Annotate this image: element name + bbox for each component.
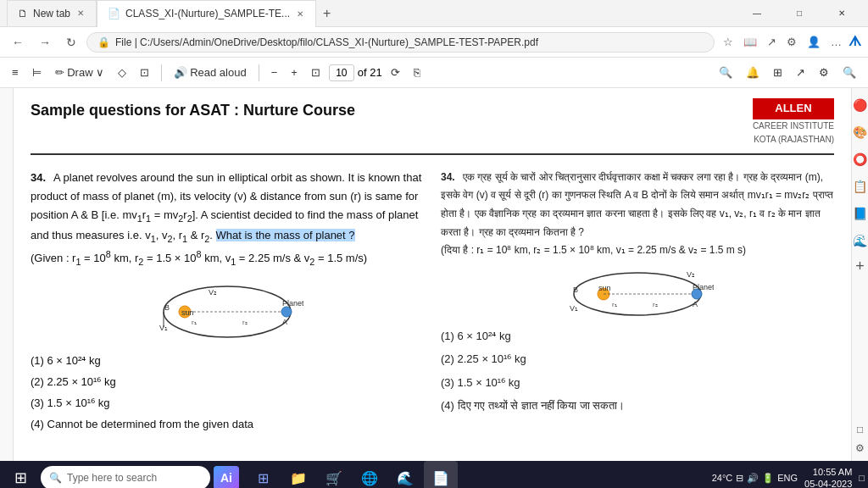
taskbar-file-explorer[interactable]: 📁 <box>281 461 315 488</box>
forward-button[interactable]: → <box>34 32 56 53</box>
draw-btn[interactable]: ✏ Draw ∨ <box>50 63 110 82</box>
highlighted-question: What is the mass of planet ? <box>216 229 355 241</box>
zoom-out-btn[interactable]: − <box>266 63 283 82</box>
options-right: (1) 6 × 10²⁴ kg (2) 2.25 × 10¹⁶ kg (3) 1… <box>441 326 834 416</box>
page-number-input[interactable] <box>329 64 354 81</box>
select-btn[interactable]: ⊡ <box>135 63 154 82</box>
share-icon[interactable]: ↗ <box>764 34 780 50</box>
notification-btn[interactable]: 🔔 <box>741 63 765 82</box>
diagram-right: sun Planet B A V₂ V₁ r₁ r₂ <box>441 260 834 319</box>
svg-point-3 <box>281 307 292 317</box>
document-title: Sample questions for ASAT : Nurture Cour… <box>31 98 355 123</box>
back-button[interactable]: ← <box>7 32 29 53</box>
svg-text:Planet: Planet <box>693 283 714 291</box>
maximize-button[interactable]: □ <box>780 0 819 27</box>
taskbar-active-app[interactable]: 📄 <box>424 461 458 488</box>
search-right-btn[interactable]: 🔍 <box>837 63 861 82</box>
sidebar-icon-5[interactable]: 📘 <box>849 203 868 224</box>
address-box[interactable]: 🔒 File | C:/Users/Admin/OneDrive/Desktop… <box>86 32 715 53</box>
more-icon[interactable]: … <box>827 34 845 50</box>
sidebar-settings-icon[interactable]: ⚙ <box>855 442 865 454</box>
sidebar-scroll-icon: □ <box>857 424 863 435</box>
volume-icon: 🔊 <box>747 473 759 484</box>
date-display: 05-04-2023 <box>804 478 852 488</box>
sidebar-icon-3[interactable]: ⭕ <box>849 149 868 169</box>
sidebar-icon-6[interactable]: 🌊 <box>849 230 868 251</box>
svg-text:A: A <box>282 318 287 326</box>
favorites-icon[interactable]: ☆ <box>720 34 737 50</box>
menu-btn[interactable]: ≡ <box>7 63 24 82</box>
question-34-block: 34. A planet revolves around the sun in … <box>31 169 834 437</box>
title-bar: 🗋 New tab ✕ 📄 CLASS_XI-(Nurture)_SAMPLE-… <box>0 0 868 27</box>
doc-header: Sample questions for ASAT : Nurture Cour… <box>31 98 834 155</box>
search-toolbar-btn[interactable]: 🔍 <box>714 63 737 82</box>
svg-text:r₂: r₂ <box>242 319 248 326</box>
left-sidebar <box>0 88 14 461</box>
svg-text:r₁: r₁ <box>192 319 197 326</box>
taskbar-search-label: Type here to search <box>67 472 157 484</box>
toolbar-right: 🔍 🔔 ⊞ ↗ ⚙ <box>714 63 834 82</box>
window-controls: — □ ✕ <box>737 0 861 27</box>
rotate-btn[interactable]: ⟳ <box>386 63 405 82</box>
fit-btn[interactable]: ⊡ <box>306 63 326 82</box>
institute-sub2: KOTA (RAJASTHAN) <box>753 133 834 147</box>
taskbar-task-view[interactable]: ⊞ <box>246 461 280 488</box>
tab-pdf[interactable]: 📄 CLASS_XI-(Nurture)_SAMPLE-TE... ✕ <box>97 0 316 27</box>
tab-close-pdf[interactable]: ✕ <box>295 8 305 20</box>
edge-icon: ᗑ <box>849 34 861 50</box>
taskbar-edge[interactable]: 🌊 <box>388 461 422 488</box>
address-bar: ← → ↻ 🔒 File | C:/Users/Admin/OneDrive/D… <box>0 27 868 58</box>
institute-sub1: CAREER INSTITUTE <box>753 119 834 133</box>
nav-btn[interactable]: ⊨ <box>27 63 47 82</box>
address-icons: ☆ 📖 ↗ ⚙ 👤 … ᗑ <box>720 34 861 50</box>
institute-name-badge: ALLEN <box>753 98 834 119</box>
profile-icon[interactable]: 👤 <box>804 34 824 50</box>
tab-close-new[interactable]: ✕ <box>75 7 86 19</box>
orbit-diagram-left: sun Planet B A V₂ V₁ r₁ r₂ <box>151 269 303 346</box>
read-aloud-label: Read aloud <box>190 66 247 79</box>
sidebar-icon-4[interactable]: 📋 <box>849 176 868 197</box>
option-1-left: (1) 6 × 10²⁴ kg <box>31 352 424 370</box>
close-button[interactable]: ✕ <box>822 0 861 27</box>
svg-text:B: B <box>573 286 578 294</box>
lang-label: ENG <box>777 473 798 483</box>
read-aloud-btn[interactable]: 🔊 Read aloud <box>169 63 252 82</box>
zoom-in-btn[interactable]: + <box>286 63 303 82</box>
option-3-right: (3) 1.5 × 10¹⁶ kg <box>441 373 834 392</box>
speaker-icon: 🔊 <box>174 66 187 79</box>
svg-text:A: A <box>693 300 698 308</box>
ai-button[interactable]: Ai <box>214 466 239 488</box>
toolbar-separator <box>161 64 162 81</box>
taskbar-store[interactable]: 🛒 <box>317 461 351 488</box>
sidebar-icon-1[interactable]: 🔴 <box>849 95 868 115</box>
new-tab-button[interactable]: + <box>316 3 337 25</box>
sidebar-plus-icon[interactable]: + <box>855 258 865 275</box>
taskbar-chrome[interactable]: 🌐 <box>353 461 387 488</box>
svg-text:B: B <box>164 303 170 312</box>
wifi-icon: ⊟ <box>736 473 743 484</box>
notifications-btn[interactable]: □ <box>859 473 865 483</box>
copy-btn[interactable]: ⎘ <box>409 63 426 82</box>
orbit-diagram-right: sun Planet B A V₂ V₁ r₁ r₂ <box>561 260 714 319</box>
print-btn[interactable]: ↗ <box>791 63 810 82</box>
taskbar-search[interactable]: 🔍 Type here to search <box>41 466 210 488</box>
extend-btn[interactable]: ⊞ <box>768 63 787 82</box>
eraser-btn[interactable]: ◇ <box>113 63 131 82</box>
read-view-icon[interactable]: 📖 <box>740 34 760 50</box>
q-num-34: 34. <box>31 171 46 184</box>
pdf-settings-btn[interactable]: ⚙ <box>814 63 834 82</box>
toolbar-separator-2 <box>259 64 259 81</box>
minimize-button[interactable]: — <box>737 0 776 27</box>
start-button[interactable]: ⊞ <box>3 461 37 488</box>
pdf-content: Sample questions for ASAT : Nurture Cour… <box>14 88 851 461</box>
settings-icon[interactable]: ⚙ <box>783 34 800 50</box>
svg-text:Planet: Planet <box>282 299 303 308</box>
system-clock[interactable]: 10:55 AM 05-04-2023 <box>804 466 852 488</box>
svg-text:sun: sun <box>598 284 611 292</box>
q-text-hindi: एक ग्रह सूर्य के चारों ओर चित्रानुसार दी… <box>441 171 833 256</box>
diagram-left: sun Planet B A V₂ V₁ r₁ r₂ <box>31 269 424 346</box>
refresh-button[interactable]: ↻ <box>61 32 81 53</box>
tab-new[interactable]: 🗋 New tab ✕ <box>7 0 97 27</box>
sidebar-icon-2[interactable]: 🎨 <box>849 122 868 142</box>
option-2-right: (2) 2.25 × 10¹⁶ kg <box>441 349 834 369</box>
